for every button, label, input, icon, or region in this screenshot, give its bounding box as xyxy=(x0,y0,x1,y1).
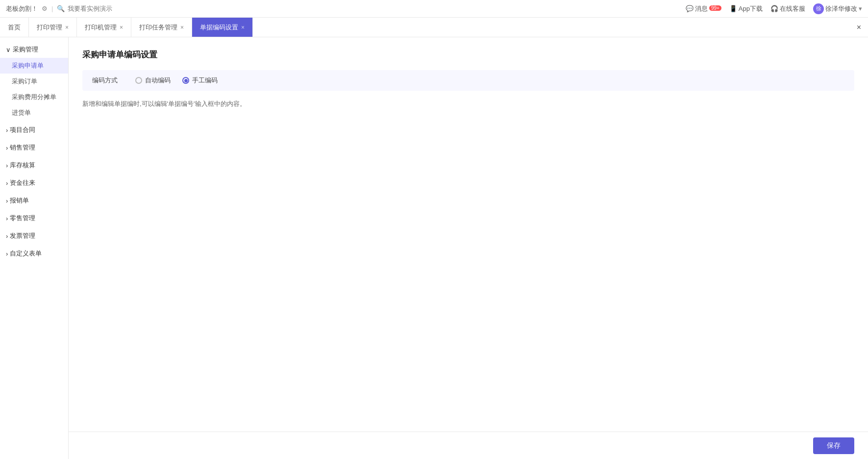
encoding-label: 编码方式 xyxy=(92,76,120,85)
app-icon: 📱 xyxy=(729,5,737,12)
project-arrow-icon: › xyxy=(6,127,8,134)
message-icon: 💬 xyxy=(686,5,694,12)
brand-text: 老板勿割！ xyxy=(6,4,38,13)
hint-text-content: 新增和编辑单据编时,可以编辑'单据编号'输入框中的内容。 xyxy=(82,100,246,107)
avatar: 徐 xyxy=(813,3,824,14)
top-bar: 老板勿割！ ⚙ | 🔍 我要看实例演示 💬 消息 99+ 📱 App下载 🎧 在… xyxy=(0,0,868,18)
radio-manual-circle xyxy=(182,77,189,84)
content-body: 采购申请单编码设置 编码方式 自动编码 手工编码 新增和编辑单据编时,可以编辑'… xyxy=(69,37,868,432)
content-area: 采购申请单编码设置 编码方式 自动编码 手工编码 新增和编辑单据编时,可以编辑'… xyxy=(69,37,868,459)
sidebar-group-purchase-label: 采购管理 xyxy=(13,45,38,54)
inventory-arrow-icon: › xyxy=(6,162,8,169)
sidebar-group-finance-label: 资金往来 xyxy=(10,178,35,187)
tab-printer-management-label: 打印机管理 xyxy=(85,23,117,32)
message-item[interactable]: 💬 消息 99+ xyxy=(686,4,721,13)
sidebar-group-sales-title[interactable]: › 销售管理 xyxy=(0,139,68,156)
invoice-arrow-icon: › xyxy=(6,232,8,240)
sidebar-item-incoming-label: 进货单 xyxy=(12,109,31,116)
finance-arrow-icon: › xyxy=(6,179,8,187)
radio-group: 自动编码 手工编码 xyxy=(135,76,218,85)
encoding-row: 编码方式 自动编码 手工编码 xyxy=(82,70,854,91)
tab-bar-close-all[interactable]: × xyxy=(850,18,868,37)
expense-arrow-icon: › xyxy=(6,197,8,204)
tab-code-settings-close[interactable]: × xyxy=(241,24,245,31)
hint-text: 新增和编辑单据编时,可以编辑'单据编号'输入框中的内容。 xyxy=(82,100,854,108)
tab-print-management-label: 打印管理 xyxy=(37,23,62,32)
sidebar-item-purchase-request[interactable]: 采购申请单 xyxy=(0,58,68,74)
sidebar-group-finance: › 资金往来 xyxy=(0,175,68,191)
sidebar-group-purchase-title[interactable]: ∨ 采购管理 xyxy=(0,41,68,58)
purchase-arrow-icon: ∨ xyxy=(6,46,11,53)
tab-code-settings-label: 单据编码设置 xyxy=(200,23,238,32)
sidebar-group-custom-title[interactable]: › 自定义表单 xyxy=(0,245,68,262)
user-item[interactable]: 徐 徐泽华修改 ▾ xyxy=(813,3,862,14)
sidebar-group-expense-title[interactable]: › 报销单 xyxy=(0,192,68,209)
sidebar-group-invoice: › 发票管理 xyxy=(0,228,68,244)
sidebar-group-finance-title[interactable]: › 资金往来 xyxy=(0,175,68,191)
sidebar-group-invoice-label: 发票管理 xyxy=(10,231,35,240)
sidebar-item-purchase-request-label: 采购申请单 xyxy=(12,62,44,69)
user-name: 徐泽华修改 xyxy=(825,4,857,13)
top-bar-right: 💬 消息 99+ 📱 App下载 🎧 在线客服 徐 徐泽华修改 ▾ xyxy=(686,3,862,14)
gear-icon[interactable]: ⚙ xyxy=(42,5,48,12)
radio-auto-label: 自动编码 xyxy=(145,76,171,85)
main-layout: ∨ 采购管理 采购申请单 采购订单 采购费用分摊单 进货单 › 项目合同 xyxy=(0,37,868,459)
tab-code-settings[interactable]: 单据编码设置 × xyxy=(192,18,253,37)
sidebar-item-purchase-expense-label: 采购费用分摊单 xyxy=(12,93,56,101)
sidebar-group-inventory-label: 库存核算 xyxy=(10,161,35,170)
app-download-label: App下载 xyxy=(739,4,763,13)
avatar-text: 徐 xyxy=(816,5,821,12)
custom-arrow-icon: › xyxy=(6,250,8,257)
sidebar-group-sales: › 销售管理 xyxy=(0,139,68,156)
message-badge: 99+ xyxy=(709,5,721,11)
sidebar-item-purchase-expense[interactable]: 采购费用分摊单 xyxy=(0,89,68,105)
tab-print-management[interactable]: 打印管理 × xyxy=(29,18,77,37)
content-footer: 保存 xyxy=(69,432,868,459)
sidebar-group-expense: › 报销单 xyxy=(0,192,68,209)
sidebar-group-retail-title[interactable]: › 零售管理 xyxy=(0,210,68,227)
sidebar-group-invoice-title[interactable]: › 发票管理 xyxy=(0,228,68,244)
tab-bar: 首页 打印管理 × 打印机管理 × 打印任务管理 × 单据编码设置 × × xyxy=(0,18,868,37)
search-icon: 🔍 xyxy=(57,5,65,12)
radio-manual-label: 手工编码 xyxy=(192,76,218,85)
tab-print-task[interactable]: 打印任务管理 × xyxy=(131,18,192,37)
radio-manual-code[interactable]: 手工编码 xyxy=(182,76,218,85)
sidebar-group-inventory-title[interactable]: › 库存核算 xyxy=(0,157,68,174)
chevron-down-icon: ▾ xyxy=(859,5,862,12)
app-download-item[interactable]: 📱 App下载 xyxy=(729,4,763,13)
search-text: 我要看实例演示 xyxy=(68,4,112,13)
sidebar-group-inventory: › 库存核算 xyxy=(0,157,68,174)
sales-arrow-icon: › xyxy=(6,144,8,152)
sidebar-group-custom: › 自定义表单 xyxy=(0,245,68,262)
sidebar-group-purchase: ∨ 采购管理 采购申请单 采购订单 采购费用分摊单 进货单 xyxy=(0,41,68,121)
top-bar-divider: | xyxy=(51,5,53,12)
sidebar-group-project-title[interactable]: › 项目合同 xyxy=(0,122,68,138)
sidebar-group-sales-label: 销售管理 xyxy=(10,143,35,152)
tab-printer-management[interactable]: 打印机管理 × xyxy=(77,18,131,37)
tab-print-management-close[interactable]: × xyxy=(65,24,69,31)
sidebar-group-retail: › 零售管理 xyxy=(0,210,68,227)
retail-arrow-icon: › xyxy=(6,215,8,222)
tab-home-label: 首页 xyxy=(8,23,21,32)
sidebar: ∨ 采购管理 采购申请单 采购订单 采购费用分摊单 进货单 › 项目合同 xyxy=(0,37,69,459)
sidebar-group-project-label: 项目合同 xyxy=(10,126,35,134)
tab-home[interactable]: 首页 xyxy=(0,18,29,37)
sidebar-item-incoming[interactable]: 进货单 xyxy=(0,105,68,121)
sidebar-group-custom-label: 自定义表单 xyxy=(10,249,42,258)
search-area[interactable]: 🔍 我要看实例演示 xyxy=(57,4,112,13)
sidebar-group-project: › 项目合同 xyxy=(0,122,68,138)
tab-print-task-label: 打印任务管理 xyxy=(139,23,177,32)
sidebar-item-purchase-order[interactable]: 采购订单 xyxy=(0,74,68,89)
sidebar-group-expense-label: 报销单 xyxy=(10,196,29,205)
save-button[interactable]: 保存 xyxy=(813,437,854,454)
online-service-item[interactable]: 🎧 在线客服 xyxy=(770,4,805,13)
tab-printer-management-close[interactable]: × xyxy=(120,24,123,31)
message-label: 消息 xyxy=(695,4,708,13)
headset-icon: 🎧 xyxy=(770,5,778,12)
tab-print-task-close[interactable]: × xyxy=(180,24,184,31)
radio-auto-circle xyxy=(135,77,142,84)
radio-auto-code[interactable]: 自动编码 xyxy=(135,76,171,85)
sidebar-group-retail-label: 零售管理 xyxy=(10,214,35,223)
page-title: 采购申请单编码设置 xyxy=(82,49,854,60)
online-service-label: 在线客服 xyxy=(780,4,805,13)
